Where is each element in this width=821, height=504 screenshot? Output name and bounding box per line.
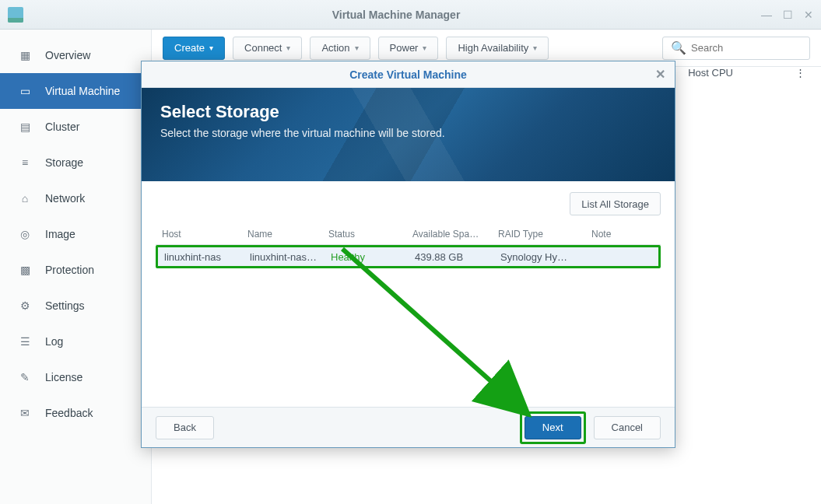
sidebar-item-overview[interactable]: ▦Overview <box>0 37 151 73</box>
settings-icon: ⚙ <box>17 298 33 313</box>
action-button[interactable]: Action▾ <box>310 37 370 60</box>
protection-icon: ▩ <box>17 262 33 278</box>
col-name[interactable]: Name <box>241 229 322 240</box>
back-button[interactable]: Back <box>156 416 214 439</box>
connect-button[interactable]: Connect▾ <box>233 37 302 60</box>
dialog-titlebar: Create Virtual Machine ✕ <box>142 61 675 88</box>
feedback-icon: ✉ <box>17 405 33 421</box>
button-label: Power <box>390 42 419 54</box>
sidebar-item-label: Log <box>45 335 63 348</box>
caret-icon: ▾ <box>423 44 426 52</box>
sidebar-item-label: License <box>45 371 82 383</box>
next-highlight: Next <box>520 411 586 444</box>
cell-name: linuxhint-nas… <box>244 251 325 263</box>
button-label: Action <box>321 42 349 54</box>
sidebar-item-virtual-machine[interactable]: ▭Virtual Machine <box>0 73 151 109</box>
host-cpu-label: Host CPU <box>688 67 733 79</box>
minimize-icon[interactable]: ― <box>761 9 772 21</box>
sidebar-item-feedback[interactable]: ✉Feedback <box>0 395 151 431</box>
dialog-close-icon[interactable]: ✕ <box>655 67 665 82</box>
sidebar-item-log[interactable]: ☰Log <box>0 324 151 359</box>
dialog-hero-subtitle: Select the storage where the virtual mac… <box>160 127 656 139</box>
sidebar-item-label: Feedback <box>45 407 93 419</box>
titlebar: Virtual Machine Manager ― ☐ ✕ <box>0 0 821 30</box>
cancel-button[interactable]: Cancel <box>594 416 661 439</box>
sidebar-item-cluster[interactable]: ▤Cluster <box>0 109 151 145</box>
storage-row[interactable]: linuxhint-nas linuxhint-nas… Healthy 439… <box>156 245 661 268</box>
sidebar-item-storage[interactable]: ≡Storage <box>0 145 151 180</box>
search-box[interactable]: 🔍 <box>662 37 810 60</box>
sidebar-item-protection[interactable]: ▩Protection <box>0 252 151 288</box>
more-icon[interactable]: ⋮ <box>795 67 805 79</box>
caret-icon: ▾ <box>533 44 537 52</box>
sidebar-item-label: Cluster <box>45 121 79 133</box>
dialog-hero: Select Storage Select the storage where … <box>142 88 675 181</box>
sidebar-item-license[interactable]: ✎License <box>0 359 151 395</box>
dialog-footer: Back Next Cancel <box>142 407 675 447</box>
cluster-icon: ▤ <box>17 119 33 135</box>
sidebar-item-label: Virtual Machine <box>45 85 120 97</box>
overview-icon: ▦ <box>17 47 33 63</box>
dialog-title: Create Virtual Machine <box>349 68 467 81</box>
next-button[interactable]: Next <box>525 416 581 439</box>
app-icon <box>8 7 23 23</box>
search-icon: 🔍 <box>671 40 686 55</box>
sidebar-item-label: Protection <box>45 264 94 276</box>
button-label: Connect <box>244 42 282 54</box>
sidebar-item-image[interactable]: ◎Image <box>0 216 151 252</box>
sidebar-item-network[interactable]: ⌂Network <box>0 180 151 216</box>
license-icon: ✎ <box>17 369 33 385</box>
button-label: Create <box>174 42 205 54</box>
cell-status: Healthy <box>325 251 409 263</box>
network-icon: ⌂ <box>17 191 33 206</box>
sidebar-item-label: Settings <box>45 299 85 312</box>
sidebar-item-label: Network <box>45 192 85 205</box>
sidebar: ▦Overview ▭Virtual Machine ▤Cluster ≡Sto… <box>0 30 152 504</box>
button-label: High Availability <box>458 42 528 54</box>
sidebar-item-label: Image <box>45 228 75 240</box>
app-title: Virtual Machine Manager <box>31 9 761 21</box>
storage-icon: ≡ <box>17 155 33 170</box>
sidebar-item-label: Overview <box>45 49 90 61</box>
caret-icon: ▾ <box>286 44 290 52</box>
cell-host: linuxhint-nas <box>158 251 244 263</box>
maximize-icon[interactable]: ☐ <box>783 9 793 21</box>
col-raid[interactable]: RAID Type <box>492 229 585 240</box>
storage-table-header: Host Name Status Available Spa… RAID Typ… <box>156 223 661 245</box>
dialog-hero-title: Select Storage <box>160 102 656 122</box>
col-host[interactable]: Host <box>156 229 241 240</box>
log-icon: ☰ <box>17 334 33 349</box>
col-note[interactable]: Note <box>585 229 647 240</box>
image-icon: ◎ <box>17 226 33 242</box>
caret-icon: ▾ <box>355 44 359 52</box>
list-all-storage-button[interactable]: List All Storage <box>570 192 661 215</box>
create-vm-dialog: Create Virtual Machine ✕ Select Storage … <box>141 61 675 448</box>
col-status[interactable]: Status <box>322 229 406 240</box>
cell-available: 439.88 GB <box>409 251 494 263</box>
power-button[interactable]: Power▾ <box>378 37 439 60</box>
cell-raid: Synology Hy… <box>494 251 588 263</box>
create-button[interactable]: Create▾ <box>163 37 225 60</box>
close-icon[interactable]: ✕ <box>804 9 813 21</box>
col-available[interactable]: Available Spa… <box>406 229 492 240</box>
search-input[interactable] <box>691 42 802 54</box>
vm-icon: ▭ <box>17 83 33 99</box>
caret-icon: ▾ <box>209 44 213 52</box>
ha-button[interactable]: High Availability▾ <box>446 37 549 60</box>
sidebar-item-label: Storage <box>45 156 83 169</box>
sidebar-item-settings[interactable]: ⚙Settings <box>0 288 151 324</box>
